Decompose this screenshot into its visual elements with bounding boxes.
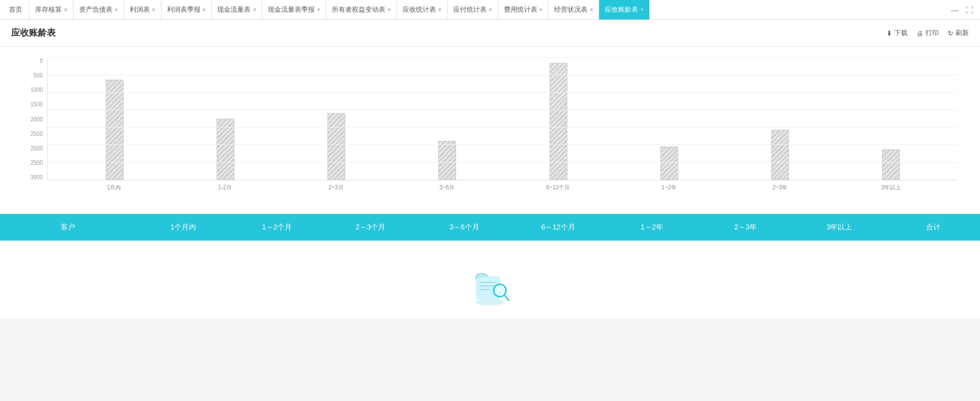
bar-group: [882, 149, 900, 180]
bar-group: [106, 80, 124, 180]
tab-equity[interactable]: 所有者权益变动表 ×: [326, 0, 397, 20]
tab-cashflow-quarterly[interactable]: 现金流量表季报 ×: [262, 0, 326, 20]
close-icon[interactable]: ×: [317, 7, 320, 13]
x-label-1to2m: 1-2月: [211, 184, 239, 192]
th-1to2y: 1～2年: [605, 222, 698, 232]
empty-illustration: [462, 263, 518, 307]
close-icon[interactable]: ×: [115, 7, 118, 13]
x-label-2to3m: 2~3月: [322, 184, 350, 192]
grid-line: [48, 92, 958, 93]
chart-plot: [47, 58, 958, 180]
th-2to3y: 2～3年: [699, 222, 792, 232]
close-icon[interactable]: ×: [489, 7, 492, 13]
th-2to3m: 2～3个月: [324, 222, 417, 232]
close-icon[interactable]: ×: [152, 7, 155, 13]
table-header: 客户 1个月内 1～2个月 2～3个月 3～6个月 6～12个月 1～2年 2～…: [0, 214, 980, 241]
x-label-over3y: 3年以上: [877, 184, 905, 192]
bar-1to2m: [217, 119, 234, 180]
grid-line: [48, 75, 958, 75]
header-actions: ⬇ 下载 🖨 打印 ↻ 刷新: [886, 28, 969, 38]
bar-2to3y: [771, 130, 789, 180]
bar-group: [217, 119, 234, 180]
close-icon[interactable]: ×: [590, 7, 593, 13]
print-button[interactable]: 🖨 打印: [917, 28, 939, 38]
bar-group: [327, 113, 345, 180]
tab-cashflow[interactable]: 现金流量表 ×: [212, 0, 262, 20]
th-over3y: 3年以上: [792, 222, 886, 232]
x-label-6to12m: 6~12个月: [544, 184, 572, 192]
tab-ar-stats[interactable]: 应收统计表 ×: [397, 0, 448, 20]
tab-bar: 首页 库存核算 × 资产负债表 × 利润表 × 利润表季报 × 现金流量表 × …: [0, 0, 980, 20]
print-icon: 🖨: [917, 30, 923, 37]
grid-line: [48, 110, 958, 110]
chart-inner: 3000 2500 2500 2500 2000 1500 1000 500 0: [22, 58, 958, 180]
close-icon[interactable]: ×: [540, 7, 543, 13]
th-within1m: 1个月内: [136, 222, 230, 232]
grid-line: [48, 57, 958, 58]
close-icon[interactable]: ×: [253, 7, 256, 13]
close-icon[interactable]: ×: [203, 7, 206, 13]
x-label-1m: 1月内: [100, 184, 128, 192]
tab-profit-quarterly[interactable]: 利润表季报 ×: [161, 0, 212, 20]
bar-chart: 3000 2500 2500 2500 2000 1500 1000 500 0: [22, 58, 958, 203]
bar-1to2y: [660, 146, 678, 180]
y-axis: 3000 2500 2500 2500 2000 1500 1000 500 0: [22, 58, 47, 180]
tab-ar-aging[interactable]: 应收账龄表 ×: [599, 0, 650, 20]
chart-area: 3000 2500 2500 2500 2000 1500 1000 500 0: [0, 47, 980, 214]
refresh-icon: ↻: [948, 30, 953, 37]
svg-line-7: [504, 295, 509, 301]
tab-profit[interactable]: 利润表 ×: [124, 0, 161, 20]
bar-group: [771, 130, 789, 180]
download-icon: ⬇: [886, 30, 892, 37]
bar-within1m: [106, 80, 124, 180]
tab-balance-sheet[interactable]: 资产负债表 ×: [74, 0, 124, 20]
page-header: 应收账龄表 ⬇ 下载 🖨 打印 ↻ 刷新: [0, 20, 980, 47]
th-1to2m: 1～2个月: [230, 222, 324, 232]
close-icon[interactable]: ×: [438, 7, 442, 13]
close-icon[interactable]: ×: [640, 7, 644, 13]
bar-group: [438, 141, 456, 180]
svg-point-8: [497, 287, 499, 290]
main-content: 3000 2500 2500 2500 2000 1500 1000 500 0: [0, 47, 980, 319]
minimize-button[interactable]: —: [949, 3, 961, 17]
tab-expense-stats[interactable]: 费用统计表 ×: [498, 0, 549, 20]
x-axis: 1月内 1-2月 2~3月 3~6月 6~12个月 1~2年 2~3年 3年以上: [22, 180, 958, 192]
bar-2to3m: [327, 113, 345, 180]
x-label-2to3y: 2~3年: [766, 184, 794, 192]
svg-point-6: [496, 286, 503, 294]
th-total: 合计: [886, 222, 980, 232]
page-title: 应收账龄表: [11, 27, 56, 39]
svg-point-0: [476, 299, 504, 306]
close-icon[interactable]: ×: [64, 7, 67, 13]
th-6to12m: 6～12个月: [511, 222, 605, 232]
bar-over3y: [882, 149, 900, 180]
th-customer: 客户: [0, 222, 136, 232]
th-3to6m: 3～6个月: [418, 222, 511, 232]
grid-line: [48, 144, 958, 145]
tab-bar-actions: — ⛶: [949, 3, 978, 17]
bar-3to6m: [438, 141, 456, 180]
tab-ap-stats[interactable]: 应付统计表 ×: [448, 0, 498, 20]
grid-line: [48, 162, 958, 163]
x-label-1to2y: 1~2年: [655, 184, 683, 192]
download-button[interactable]: ⬇ 下载: [886, 28, 908, 38]
empty-state: [0, 241, 980, 319]
bar-group: [660, 146, 678, 180]
grid-line: [48, 127, 958, 128]
refresh-button[interactable]: ↻ 刷新: [948, 28, 969, 38]
tab-inventory[interactable]: 库存核算 ×: [30, 0, 74, 20]
tab-operations[interactable]: 经营状况表 ×: [548, 0, 599, 20]
close-icon[interactable]: ×: [388, 7, 391, 13]
maximize-button[interactable]: ⛶: [963, 3, 976, 17]
tab-home[interactable]: 首页: [2, 0, 30, 20]
x-label-3to6m: 3~6月: [433, 184, 461, 192]
